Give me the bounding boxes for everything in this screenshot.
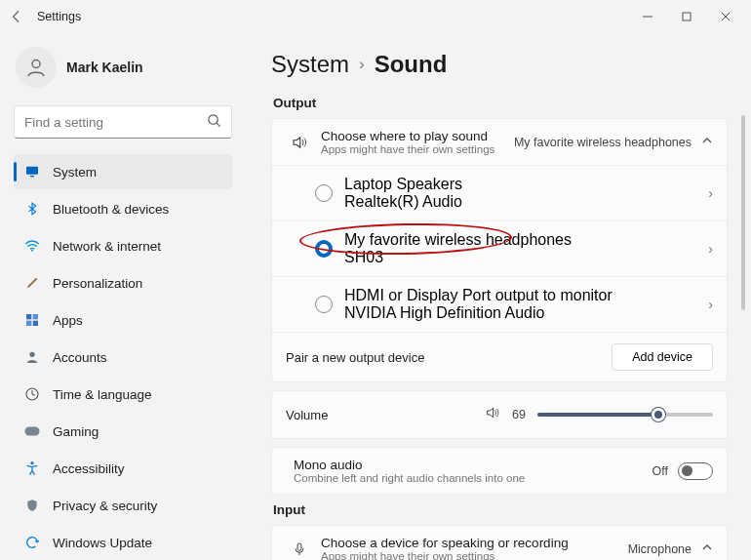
svg-point-7 xyxy=(31,250,33,252)
section-input-title: Input xyxy=(273,502,728,517)
input-current-device: Microphone xyxy=(628,542,692,556)
chevron-right-icon: › xyxy=(708,297,713,312)
device-name: Laptop Speakers xyxy=(344,176,708,193)
update-icon xyxy=(23,534,41,551)
bluetooth-icon xyxy=(23,200,41,218)
accessibility-icon xyxy=(23,460,41,477)
sidebar-item-label: Accounts xyxy=(53,350,107,365)
section-output-title: Output xyxy=(273,96,728,110)
output-device-row[interactable]: My favorite wireless headphonesSH03› xyxy=(272,221,727,277)
svg-rect-11 xyxy=(33,321,38,326)
app-title: Settings xyxy=(37,10,81,23)
output-header-title: Choose where to play sound xyxy=(321,129,514,143)
mono-title: Mono audio xyxy=(294,458,652,472)
search-box[interactable] xyxy=(14,105,232,139)
sidebar-item-bluetooth-devices[interactable]: Bluetooth & devices xyxy=(14,191,232,226)
svg-rect-10 xyxy=(26,321,31,326)
output-device-row[interactable]: Laptop SpeakersRealtek(R) Audio› xyxy=(272,166,727,221)
svg-rect-5 xyxy=(26,167,38,175)
output-card: Choose where to play sound Apps might ha… xyxy=(271,118,728,382)
mono-toggle[interactable] xyxy=(678,462,713,480)
sidebar-item-label: Privacy & security xyxy=(53,499,157,513)
sidebar-item-label: Bluetooth & devices xyxy=(53,202,169,217)
breadcrumb-parent[interactable]: System xyxy=(271,51,349,78)
pair-label: Pair a new output device xyxy=(286,350,612,365)
chevron-right-icon: › xyxy=(708,241,713,257)
sidebar-item-windows-update[interactable]: Windows Update xyxy=(14,525,232,560)
minimize-button[interactable] xyxy=(628,3,667,30)
clock-globe-icon xyxy=(23,385,41,403)
avatar xyxy=(16,47,57,88)
device-sub: Realtek(R) Audio xyxy=(344,193,708,211)
input-header-row[interactable]: Choose a device for speaking or recordin… xyxy=(272,526,727,560)
back-button[interactable] xyxy=(6,6,27,27)
mono-state: Off xyxy=(652,464,668,478)
mono-card: Mono audio Combine left and right audio … xyxy=(271,447,728,495)
user-profile[interactable]: Mark Kaelin xyxy=(14,41,232,101)
svg-point-2 xyxy=(32,60,40,68)
pair-row: Pair a new output device Add device xyxy=(272,333,727,381)
sidebar-item-label: Apps xyxy=(53,313,83,328)
svg-point-15 xyxy=(30,461,33,464)
input-card: Choose a device for speaking or recordin… xyxy=(271,525,728,560)
svg-rect-6 xyxy=(30,176,34,177)
radio-button[interactable] xyxy=(315,296,333,313)
svg-rect-9 xyxy=(33,314,38,319)
scrollbar[interactable] xyxy=(741,115,745,310)
device-name: HDMI or Display Port output to monitor xyxy=(344,287,708,304)
maximize-button[interactable] xyxy=(667,3,706,30)
apps-icon xyxy=(23,311,41,329)
input-header-sub: Apps might have their own settings xyxy=(321,550,628,560)
titlebar: Settings xyxy=(0,0,751,33)
volume-value: 69 xyxy=(512,408,526,421)
volume-slider[interactable] xyxy=(537,413,713,417)
chevron-right-icon: › xyxy=(708,185,713,201)
sidebar-item-accounts[interactable]: Accounts xyxy=(14,340,232,375)
sidebar-item-label: Time & language xyxy=(53,387,152,402)
person-icon xyxy=(23,348,41,366)
svg-line-4 xyxy=(217,123,219,126)
chevron-up-icon xyxy=(701,541,713,556)
nav-list: SystemBluetooth & devicesNetwork & inter… xyxy=(14,154,232,560)
sidebar-item-network-internet[interactable]: Network & internet xyxy=(14,228,232,263)
svg-rect-8 xyxy=(26,314,31,319)
sidebar-item-gaming[interactable]: Gaming xyxy=(14,414,232,449)
add-device-button[interactable]: Add device xyxy=(612,343,713,371)
sidebar-item-accessibility[interactable]: Accessibility xyxy=(14,451,232,486)
device-sub: NVIDIA High Definition Audio xyxy=(344,304,708,322)
search-input[interactable] xyxy=(24,115,207,130)
mono-row[interactable]: Mono audio Combine left and right audio … xyxy=(272,448,727,494)
sidebar-item-system[interactable]: System xyxy=(14,154,232,189)
sidebar-item-label: Accessibility xyxy=(53,461,125,476)
breadcrumb: System › Sound xyxy=(271,51,728,78)
sidebar-item-apps[interactable]: Apps xyxy=(14,302,232,338)
input-header-title: Choose a device for speaking or recordin… xyxy=(321,536,628,550)
output-header-row[interactable]: Choose where to play sound Apps might ha… xyxy=(272,119,727,166)
svg-rect-16 xyxy=(297,543,301,550)
radio-button[interactable] xyxy=(315,184,333,202)
sidebar-item-label: Gaming xyxy=(53,424,99,439)
sidebar-item-time-language[interactable]: Time & language xyxy=(14,377,232,412)
sidebar-item-label: Windows Update xyxy=(53,536,152,550)
volume-card: Volume 69 xyxy=(271,390,728,439)
svg-rect-1 xyxy=(683,13,691,20)
device-sub: SH03 xyxy=(344,249,708,266)
mono-sub: Combine left and right audio channels in… xyxy=(294,472,652,484)
wifi-icon xyxy=(23,237,41,255)
display-icon xyxy=(23,163,41,180)
output-header-sub: Apps might have their own settings xyxy=(321,143,514,155)
volume-speaker-icon[interactable] xyxy=(485,405,500,424)
svg-point-12 xyxy=(29,352,34,357)
sidebar-item-privacy-security[interactable]: Privacy & security xyxy=(14,488,232,523)
close-button[interactable] xyxy=(706,3,745,30)
volume-row: Volume 69 xyxy=(272,391,727,438)
radio-button[interactable] xyxy=(315,240,333,258)
speaker-icon xyxy=(286,134,313,151)
sidebar-item-personalization[interactable]: Personalization xyxy=(14,265,232,300)
svg-rect-14 xyxy=(25,427,40,436)
microphone-icon xyxy=(286,541,313,557)
main-content: System › Sound Output Choose where to pl… xyxy=(271,51,749,560)
output-device-row[interactable]: HDMI or Display Port output to monitorNV… xyxy=(272,277,727,333)
device-name: My favorite wireless headphones xyxy=(344,231,708,249)
user-name: Mark Kaelin xyxy=(66,60,143,75)
